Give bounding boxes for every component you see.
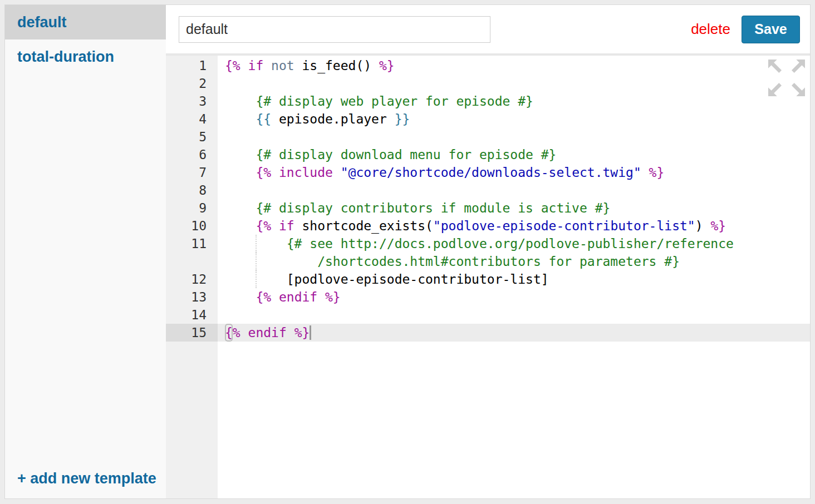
code-line: /shortcodes.html#contributors for parame… bbox=[218, 253, 810, 270]
code-token bbox=[225, 290, 256, 304]
line-number: 9 bbox=[166, 199, 218, 217]
code-token: {{ bbox=[256, 112, 279, 126]
text-cursor bbox=[310, 325, 311, 340]
line-number: 15 bbox=[166, 324, 218, 342]
code-line: {% endif %} bbox=[218, 324, 810, 342]
code-token: not bbox=[271, 58, 302, 73]
code-token: {# see http://docs.podlove.org/podlove-p… bbox=[225, 236, 734, 251]
line-number: 4 bbox=[166, 110, 218, 128]
template-list-sidebar: defaulttotal-duration + add new template bbox=[5, 5, 166, 498]
code-token: %} bbox=[379, 58, 395, 73]
code-token: {# display web player for episode #} bbox=[225, 94, 533, 108]
code-token: [podlove-episode-contributor-list] bbox=[225, 272, 549, 286]
delete-link[interactable]: delete bbox=[691, 21, 730, 38]
toolbar: delete Save bbox=[166, 5, 810, 53]
code-line bbox=[218, 306, 810, 324]
expand-top-right-arrow-icon bbox=[790, 58, 807, 75]
code-line bbox=[218, 75, 810, 92]
line-number: 11 bbox=[166, 235, 218, 253]
code-token bbox=[225, 219, 256, 233]
code-line bbox=[218, 128, 810, 146]
code-token: {% if bbox=[256, 219, 302, 233]
code-line: {# display web player for episode #} bbox=[218, 92, 810, 110]
indent-guide bbox=[256, 235, 257, 253]
line-number: 8 bbox=[166, 181, 218, 199]
code-token: ) bbox=[695, 219, 711, 233]
code-token: shortcode_exists( bbox=[302, 219, 433, 233]
code-token: {% endif %} bbox=[256, 290, 340, 304]
sidebar-item-total-duration[interactable]: total-duration bbox=[5, 39, 166, 74]
indent-guide bbox=[256, 253, 257, 270]
code-token: "podlove-episode-contributor-list" bbox=[433, 219, 695, 233]
code-line bbox=[218, 181, 810, 199]
line-number: 6 bbox=[166, 146, 218, 164]
template-list: defaulttotal-duration bbox=[5, 5, 166, 74]
sidebar-item-default[interactable]: default bbox=[5, 5, 166, 39]
code-line: {# see http://docs.podlove.org/podlove-p… bbox=[218, 235, 810, 253]
save-button[interactable]: Save bbox=[742, 16, 800, 43]
line-number: 5 bbox=[166, 128, 218, 146]
line-number: 10 bbox=[166, 217, 218, 235]
code-line: [podlove-episode-contributor-list] bbox=[218, 270, 810, 288]
add-new-template-link[interactable]: + add new template bbox=[17, 470, 156, 487]
template-editor-card: defaulttotal-duration + add new template… bbox=[4, 4, 811, 499]
code-editor[interactable]: 123456789101112131415 {% if not is_feed(… bbox=[166, 56, 810, 498]
line-number-gutter: 123456789101112131415 bbox=[166, 56, 218, 498]
expand-top-left-arrow-icon bbox=[767, 58, 783, 75]
expand-bottom-right-arrow-icon bbox=[790, 81, 807, 98]
code-token: {% if bbox=[225, 58, 271, 73]
line-number bbox=[166, 253, 218, 270]
line-number: 14 bbox=[166, 306, 218, 324]
code-line: {% include "@core/shortcode/downloads-se… bbox=[218, 164, 810, 181]
template-name-input[interactable] bbox=[179, 16, 490, 43]
code-line: {% if shortcode_exists("podlove-episode-… bbox=[218, 217, 810, 235]
code-area[interactable]: {% if not is_feed() %} {# display web pl… bbox=[218, 56, 810, 498]
code-token: /shortcodes.html#contributors for parame… bbox=[225, 254, 680, 269]
main-panel: delete Save 123456789101112131415 {% if … bbox=[166, 5, 810, 498]
code-line: {# display contributors if module is act… bbox=[218, 199, 810, 217]
code-line: {{ episode.player }} bbox=[218, 110, 810, 128]
line-number: 1 bbox=[166, 57, 218, 75]
line-number: 3 bbox=[166, 92, 218, 110]
code-token: % endif %} bbox=[233, 325, 310, 340]
code-token bbox=[225, 165, 256, 180]
line-number: 2 bbox=[166, 75, 218, 92]
code-token: }} bbox=[387, 112, 410, 126]
code-token: %} bbox=[710, 219, 726, 233]
code-line: {% if not is_feed() %} bbox=[218, 57, 810, 75]
code-token: {# display download menu for episode #} bbox=[225, 147, 556, 162]
line-number: 12 bbox=[166, 270, 218, 288]
code-line: {% endif %} bbox=[218, 288, 810, 306]
line-number: 13 bbox=[166, 288, 218, 306]
indent-guide bbox=[256, 270, 257, 288]
fullscreen-button[interactable] bbox=[767, 58, 807, 98]
code-token: {# display contributors if module is act… bbox=[225, 201, 610, 215]
code-token: is_feed() bbox=[302, 58, 379, 73]
code-token: "@core/shortcode/downloads-select.twig" bbox=[341, 165, 641, 180]
expand-bottom-left-arrow-icon bbox=[767, 81, 783, 98]
code-token: { bbox=[225, 324, 233, 342]
code-line: {# display download menu for episode #} bbox=[218, 146, 810, 164]
line-number: 7 bbox=[166, 164, 218, 181]
code-token: episode.player bbox=[279, 112, 387, 126]
code-token: %} bbox=[641, 165, 665, 180]
code-token bbox=[225, 112, 256, 126]
code-token: {% include bbox=[256, 165, 340, 180]
